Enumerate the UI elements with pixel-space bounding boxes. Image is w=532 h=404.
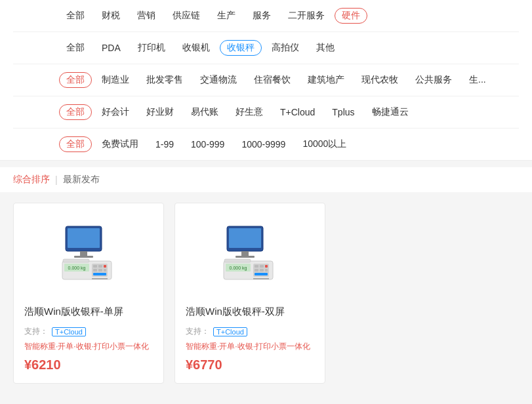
svg-rect-33 — [253, 278, 269, 279]
product-grid: 0.000 kg 浩顺Win版收银秤-单屏 支持： T+Cloud 智能称重·开… — [0, 192, 532, 394]
filter-item[interactable]: 财税 — [94, 8, 127, 24]
industry-row: 全部制造业批发零售交通物流住宿餐饮建筑地产现代农牧公共服务生... — [13, 64, 519, 96]
filter-item[interactable]: 好业财 — [139, 104, 181, 120]
filter-item[interactable]: 营销 — [130, 8, 163, 24]
productline-row: 全部好会计好业财易代账好生意T+CloudTplus畅捷通云 — [13, 96, 519, 129]
product-name: 浩顺Win版收银秤-单屏 — [24, 306, 153, 318]
svg-rect-20 — [235, 256, 255, 258]
support-label: 支持： — [24, 326, 48, 337]
filter-item[interactable]: 公共服务 — [408, 72, 459, 88]
svg-rect-13 — [63, 259, 89, 262]
filter-item[interactable]: 生... — [462, 72, 493, 88]
productline-items: 全部好会计好业财易代账好生意T+CloudTplus畅捷通云 — [59, 104, 416, 120]
industry-items: 全部制造业批发零售交通物流住宿餐饮建筑地产现代农牧公共服务生... — [59, 72, 493, 88]
category-items: 全部财税营销供应链生产服务二开服务硬件 — [59, 8, 367, 24]
svg-rect-11 — [104, 269, 106, 272]
filter-item[interactable]: 畅捷通云 — [365, 104, 416, 120]
filter-item[interactable]: 高拍仪 — [264, 40, 306, 56]
filter-item[interactable]: PDA — [94, 41, 128, 55]
filter-item[interactable]: 交通物流 — [193, 72, 244, 88]
svg-rect-8 — [104, 265, 106, 268]
product-card[interactable]: 0.000 kg 浩顺Win版收银秤-单屏 支持： T+Cloud 智能称重·开… — [13, 203, 164, 384]
filter-item[interactable]: 生产 — [210, 8, 243, 24]
svg-text:0.000 kg: 0.000 kg — [230, 266, 247, 271]
filter-item[interactable]: 全部 — [59, 40, 92, 56]
product-image: 0.000 kg — [186, 216, 314, 295]
product-price: ¥6770 — [186, 357, 314, 373]
svg-rect-18 — [229, 228, 261, 248]
filter-item[interactable]: 收银秤 — [220, 40, 262, 56]
category-row: 全部财税营销供应链生产服务二开服务硬件 — [13, 0, 519, 32]
filter-item[interactable]: 100-999 — [184, 137, 232, 152]
product-image: 0.000 kg — [24, 216, 153, 295]
product-desc: 智能称重·开单·收银·打印小票一体化 — [186, 341, 314, 352]
filter-item[interactable]: 免费试用 — [94, 136, 146, 152]
filter-item[interactable]: 批发零售 — [139, 72, 190, 88]
filter-item[interactable]: 全部 — [59, 136, 92, 152]
filter-item[interactable]: 现代农牧 — [354, 72, 405, 88]
filter-item[interactable]: 10000以上 — [295, 136, 354, 152]
svg-rect-9 — [93, 269, 97, 272]
filter-item[interactable]: 收银机 — [175, 40, 217, 56]
filter-item[interactable]: 制造业 — [94, 72, 136, 88]
svg-rect-2 — [80, 251, 87, 256]
filter-item[interactable]: 二开服务 — [281, 8, 332, 24]
svg-rect-25 — [265, 265, 268, 268]
filter-item[interactable]: 打印机 — [131, 40, 173, 56]
filter-item[interactable]: 1-99 — [148, 137, 181, 152]
svg-rect-10 — [98, 269, 102, 272]
support-row: 支持： T+Cloud — [186, 326, 314, 337]
svg-rect-16 — [92, 278, 108, 279]
filter-item[interactable]: 服务 — [245, 8, 278, 24]
filter-item[interactable]: 1000-9999 — [234, 137, 293, 152]
price-row: 全部免费试用1-99100-9991000-999910000以上 — [13, 129, 519, 160]
sort-bar: 综合排序 | 最新发布 — [0, 167, 532, 192]
filter-item[interactable]: T+Cloud — [273, 105, 322, 119]
product-desc: 智能称重·开单·收银·打印小票一体化 — [24, 341, 153, 352]
svg-rect-3 — [74, 256, 93, 258]
filter-item[interactable]: Tplus — [325, 105, 361, 119]
filter-item[interactable]: 硬件 — [335, 8, 367, 24]
svg-rect-19 — [241, 251, 249, 256]
product-card[interactable]: 0.000 kg 浩顺Win版收银秤-双屏 支持： T+Cloud 智能称重·开… — [174, 203, 325, 384]
filter-item[interactable]: 好会计 — [94, 104, 136, 120]
svg-rect-30 — [224, 259, 251, 262]
product-name: 浩顺Win版收银秤-双屏 — [186, 306, 314, 318]
svg-rect-24 — [260, 265, 264, 268]
filter-item[interactable]: 易代账 — [184, 104, 226, 120]
filter-item[interactable]: 全部 — [59, 8, 92, 24]
sort-latest[interactable]: 最新发布 — [63, 174, 100, 186]
svg-rect-28 — [265, 269, 268, 272]
support-label: 支持： — [186, 326, 209, 337]
svg-rect-23 — [255, 265, 258, 268]
filter-item[interactable]: 供应链 — [165, 8, 207, 24]
filter-item[interactable]: 好生意 — [228, 104, 270, 120]
sort-divider: | — [55, 174, 58, 185]
product-price: ¥6210 — [24, 357, 153, 373]
filter-section: 全部财税营销供应链生产服务二开服务硬件 全部PDA打印机收银机收银秤高拍仪其他 … — [0, 0, 532, 161]
svg-rect-1 — [68, 228, 100, 248]
subcategory-items: 全部PDA打印机收银机收银秤高拍仪其他 — [59, 40, 342, 56]
svg-rect-27 — [260, 269, 264, 272]
filter-item[interactable]: 全部 — [59, 104, 92, 120]
support-row: 支持： T+Cloud — [24, 326, 153, 337]
svg-text:0.000 kg: 0.000 kg — [68, 266, 86, 271]
svg-rect-7 — [98, 265, 102, 268]
filter-item[interactable]: 建筑地产 — [300, 72, 352, 88]
svg-rect-12 — [93, 273, 106, 275]
subcategory-row: 全部PDA打印机收银机收银秤高拍仪其他 — [13, 32, 519, 64]
svg-rect-26 — [255, 269, 258, 272]
support-badge: T+Cloud — [52, 327, 86, 336]
sort-comprehensive[interactable]: 综合排序 — [13, 174, 50, 186]
price-items: 全部免费试用1-99100-9991000-999910000以上 — [59, 136, 354, 152]
filter-item[interactable]: 住宿餐饮 — [247, 72, 298, 88]
filter-item[interactable]: 其他 — [309, 40, 342, 56]
svg-rect-29 — [255, 273, 268, 275]
support-badge: T+Cloud — [213, 327, 247, 336]
filter-item[interactable]: 全部 — [59, 72, 92, 88]
svg-rect-6 — [93, 265, 97, 268]
